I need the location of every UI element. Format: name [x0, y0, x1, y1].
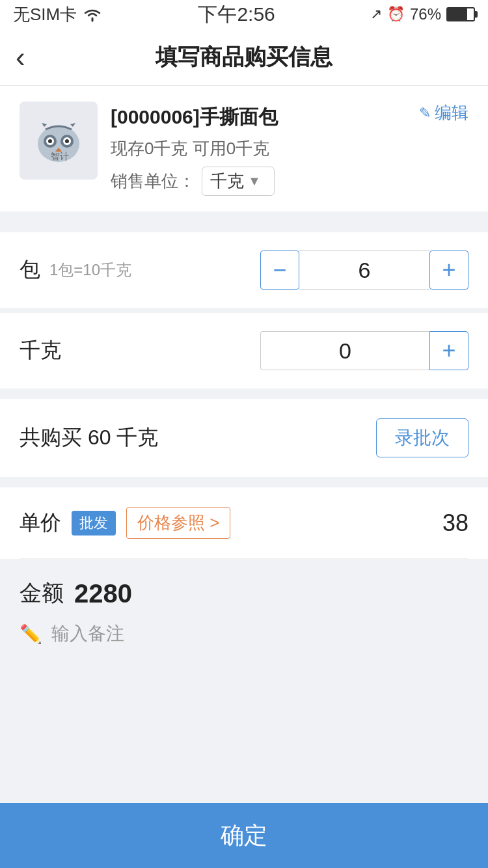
battery-percent: 76%: [410, 5, 441, 23]
bao-form-section: 包 1包=10千克 − +: [0, 232, 488, 308]
status-right: ↗ ⏰ 76%: [370, 5, 475, 23]
amount-section: 金额 2280 ✏️ 输入备注: [0, 559, 488, 659]
amount-label: 金额: [20, 578, 64, 608]
time-display: 下午2:56: [198, 1, 275, 28]
price-value: 38: [442, 509, 468, 537]
pencil-icon: ✏️: [20, 623, 42, 645]
bao-hint: 1包=10千克: [49, 260, 131, 280]
product-image: 智计: [20, 102, 98, 180]
edit-button[interactable]: ✎ 编辑: [419, 102, 468, 124]
product-name: [0000006]手撕面包: [111, 104, 468, 131]
section-separator-3: [0, 388, 488, 399]
status-bar: 无SIM卡 下午2:56 ↗ ⏰ 76%: [0, 0, 488, 29]
svg-point-5: [48, 139, 52, 143]
chevron-down-icon: ▼: [248, 174, 261, 189]
edit-label: 编辑: [435, 102, 468, 124]
kg-row: 千克 +: [20, 313, 468, 388]
svg-marker-9: [70, 123, 75, 127]
bao-decrement-button[interactable]: −: [260, 251, 299, 290]
status-left: 无SIM卡: [13, 3, 103, 26]
location-icon: ↗: [370, 6, 382, 23]
edit-icon: ✎: [419, 105, 431, 122]
page-title: 填写商品购买信息: [156, 42, 332, 72]
alarm-icon: ⏰: [387, 6, 405, 23]
kg-form-section: 千克 +: [0, 313, 488, 388]
wifi-icon: [82, 7, 103, 22]
batch-button[interactable]: 录批次: [376, 418, 468, 457]
unit-value: 千克: [210, 170, 244, 193]
price-row: 单价 批发 价格参照 > 38: [20, 487, 468, 559]
bao-label-group: 包 1包=10千克: [20, 256, 131, 284]
product-stock: 现存0千克 可用0千克: [111, 137, 468, 160]
section-separator-2: [0, 308, 488, 313]
nav-bar: ‹ 填写商品购买信息: [0, 29, 488, 86]
kg-quantity-control: +: [260, 331, 468, 370]
back-button[interactable]: ‹: [16, 41, 25, 74]
product-unit-row: 销售单位： 千克 ▼: [111, 167, 468, 196]
product-section: 智计 [0000006]手撕面包 现存0千克 可用0千克 销售单位： 千克 ▼ …: [0, 86, 488, 211]
price-section: 单价 批发 价格参照 > 38: [0, 487, 488, 559]
bao-row: 包 1包=10千克 − +: [20, 232, 468, 308]
svg-point-6: [65, 139, 69, 143]
confirm-button[interactable]: 确定: [0, 803, 488, 868]
kg-label: 千克: [20, 336, 61, 365]
svg-text:智计: 智计: [51, 151, 69, 161]
kg-quantity-input[interactable]: [260, 331, 429, 370]
bao-quantity-control: − +: [260, 251, 468, 290]
summary-row: 共购买 60 千克 录批次: [20, 399, 468, 477]
price-label: 单价: [20, 509, 61, 537]
carrier-text: 无SIM卡: [13, 3, 77, 26]
price-tag-badge: 批发: [72, 511, 116, 536]
product-info: [0000006]手撕面包 现存0千克 可用0千克 销售单位： 千克 ▼: [111, 102, 468, 196]
section-separator-1: [0, 222, 488, 232]
owl-logo-icon: 智计: [33, 118, 85, 163]
bao-quantity-input[interactable]: [299, 251, 429, 290]
kg-increment-button[interactable]: +: [429, 331, 468, 370]
summary-text: 共购买 60 千克: [20, 424, 158, 452]
amount-row: 金额 2280: [20, 578, 468, 608]
unit-label: 销售单位：: [111, 170, 195, 193]
unit-select[interactable]: 千克 ▼: [202, 167, 275, 196]
main-spacer: [0, 659, 488, 803]
note-label: 输入备注: [51, 621, 124, 646]
svg-marker-8: [42, 123, 47, 127]
amount-value: 2280: [74, 579, 132, 608]
battery-icon: [446, 7, 475, 21]
bao-label: 包: [20, 256, 40, 284]
price-ref-button[interactable]: 价格参照 >: [126, 507, 230, 539]
section-separator-4: [0, 477, 488, 487]
bao-increment-button[interactable]: +: [429, 251, 468, 290]
summary-section: 共购买 60 千克 录批次: [0, 399, 488, 477]
confirm-label: 确定: [221, 820, 267, 852]
note-row[interactable]: ✏️ 输入备注: [20, 621, 468, 646]
